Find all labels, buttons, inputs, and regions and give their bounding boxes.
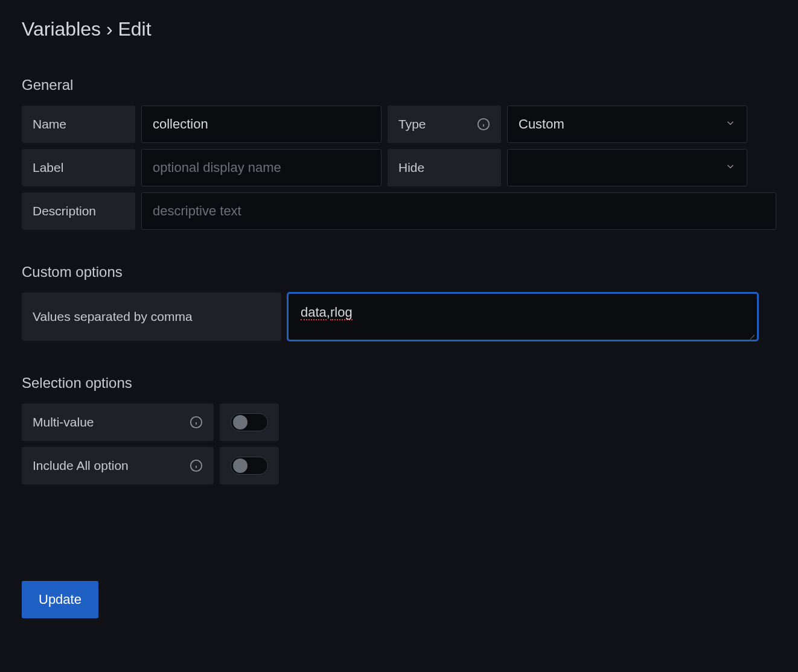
values-textarea-content: data,rlog <box>301 305 353 320</box>
breadcrumb: Variables › Edit <box>22 18 776 40</box>
description-input[interactable] <box>153 203 765 219</box>
hide-label-text: Hide <box>398 160 424 175</box>
values-part1: data <box>301 306 327 320</box>
label-label: Label <box>22 149 135 186</box>
info-icon[interactable] <box>477 118 490 131</box>
values-textarea-container[interactable]: data,rlog <box>287 293 758 341</box>
name-label: Name <box>22 106 135 143</box>
chevron-down-icon <box>725 160 736 176</box>
values-label: Values separated by comma <box>22 293 281 341</box>
include-all-label: Include All option <box>22 447 214 484</box>
resize-handle-icon[interactable] <box>747 330 755 337</box>
label-input[interactable] <box>153 160 370 176</box>
multi-value-toggle-wrap <box>220 404 279 441</box>
include-all-label-text: Include All option <box>33 458 129 473</box>
info-icon[interactable] <box>190 459 203 472</box>
section-title-general: General <box>22 77 776 94</box>
values-sep: , <box>327 305 330 320</box>
update-button[interactable]: Update <box>22 581 98 618</box>
section-title-selection-options: Selection options <box>22 375 776 391</box>
type-label-text: Type <box>398 117 426 132</box>
breadcrumb-separator: › <box>106 18 113 40</box>
hide-select[interactable] <box>507 149 747 186</box>
info-icon[interactable] <box>190 416 203 429</box>
type-select-value: Custom <box>519 116 564 132</box>
chevron-down-icon <box>725 116 736 132</box>
label-input-container <box>141 149 381 186</box>
multi-value-label: Multi-value <box>22 404 214 441</box>
breadcrumb-current: Edit <box>118 18 151 40</box>
include-all-toggle-wrap <box>220 447 279 484</box>
include-all-toggle[interactable] <box>231 457 268 475</box>
name-input[interactable] <box>153 116 370 132</box>
type-label: Type <box>388 106 501 143</box>
name-input-container <box>141 106 381 143</box>
multi-value-toggle[interactable] <box>231 413 268 431</box>
breadcrumb-parent[interactable]: Variables <box>22 18 101 40</box>
description-label: Description <box>22 192 135 230</box>
hide-label: Hide <box>388 149 501 186</box>
multi-value-label-text: Multi-value <box>33 415 94 430</box>
description-input-container <box>141 192 776 230</box>
section-title-custom-options: Custom options <box>22 264 776 281</box>
values-part2: rlog <box>330 306 353 320</box>
type-select[interactable]: Custom <box>507 106 747 143</box>
toggle-knob <box>233 458 247 473</box>
toggle-knob <box>233 415 247 430</box>
